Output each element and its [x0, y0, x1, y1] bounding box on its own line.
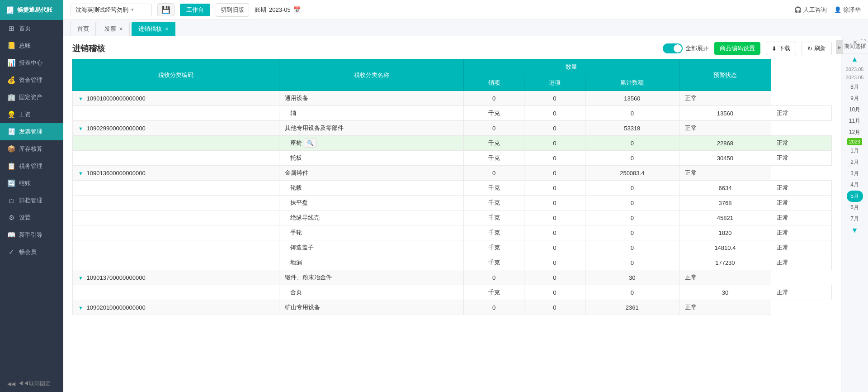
- period-nav-down[interactable]: ▼: [849, 225, 860, 236]
- panel-close-icon[interactable]: ✕: [853, 39, 858, 46]
- cell-status: 正常: [679, 166, 771, 181]
- company-selector[interactable]: 沈海英测试经营勿删 ▾: [71, 4, 152, 16]
- panel-expand-icon[interactable]: ⛶: [860, 39, 866, 46]
- cell-sale: 0: [524, 255, 585, 270]
- col-tax-code: 税收分类编码: [73, 59, 279, 91]
- tab-reconcile-label: 进销稽核: [138, 25, 162, 33]
- expand-all-toggle[interactable]: [663, 43, 683, 53]
- period-month-2[interactable]: 2月: [841, 157, 868, 168]
- service-link[interactable]: 🎧 人工咨询: [794, 6, 827, 14]
- sidebar-icon-assets: 🏢: [7, 93, 15, 101]
- unpin-icon: ◀◀: [7, 381, 15, 387]
- period-nav-up[interactable]: ▲: [849, 53, 860, 65]
- sidebar-label-guide: 新手引导: [19, 231, 42, 239]
- main-area: 沈海英测试经营勿删 ▾ 💾 工作台 切到旧版 账期 2023-05 📅 🎧 人工…: [63, 0, 868, 392]
- user-name: 徐泽华: [843, 6, 861, 14]
- cell-code: [73, 285, 279, 300]
- cell-purchase: 0: [524, 300, 585, 315]
- table-row: ▼ 109010000000000000 通用设备 0 0 13560 正常: [73, 91, 832, 106]
- cell-code: [73, 240, 279, 255]
- cell-total: 30: [585, 270, 679, 285]
- cell-name: 座椅 🔍: [279, 136, 464, 151]
- calendar-icon[interactable]: 📅: [293, 6, 301, 13]
- product-code-setting-button[interactable]: 商品编码设置: [714, 42, 760, 55]
- period-nav: ▲ 2023.05 2023.05 8月 9月 10月 11月 12月 2023…: [841, 53, 868, 236]
- sidebar-item-assets[interactable]: 🏢 固定资产: [0, 89, 63, 106]
- tab-home[interactable]: 首页: [71, 22, 96, 36]
- app-logo: 🧾 畅捷通易代账: [0, 0, 63, 20]
- save-button[interactable]: 💾: [157, 3, 175, 16]
- tab-reconcile-close-icon[interactable]: ✕: [165, 26, 169, 32]
- expand-icon[interactable]: ▼: [78, 305, 83, 311]
- cell-purchase: 0: [585, 240, 679, 255]
- period-month-5[interactable]: 5月: [847, 191, 863, 202]
- search-small-icon[interactable]: 🔍: [304, 139, 317, 148]
- user-menu[interactable]: 👤 徐泽华: [834, 6, 861, 14]
- cell-code: ▼ 109010000000000000: [73, 91, 279, 106]
- download-icon: ⬇: [772, 45, 777, 52]
- switch-version-button[interactable]: 切到旧版: [216, 3, 249, 17]
- refresh-button[interactable]: ↻ 刷新: [802, 42, 832, 55]
- table-row: 托板 千克 0 0 30450 正常: [73, 151, 832, 166]
- table-row: 合页 千克 0 0 30 正常: [73, 285, 832, 300]
- period-month-7[interactable]: 7月: [841, 213, 868, 225]
- workbench-button[interactable]: 工作台: [180, 4, 210, 16]
- cell-total: 13560: [679, 106, 771, 121]
- sidebar-icon-settings: ⚙: [7, 214, 15, 222]
- download-button[interactable]: ⬇ 下载: [766, 42, 796, 55]
- cell-name: 铸造盖子: [279, 240, 464, 255]
- panel-collapse-toggle[interactable]: ▶: [836, 40, 843, 54]
- sidebar-item-reports[interactable]: 📊 报表中心: [0, 54, 63, 72]
- period-month-12[interactable]: 12月: [841, 127, 868, 138]
- service-icon: 🎧: [794, 6, 802, 13]
- company-chevron-icon: ▾: [131, 7, 134, 13]
- period-month-8[interactable]: 8月: [841, 81, 868, 93]
- table-wrap: 税收分类编码 税收分类名称 数量 预警状态 销项 进项 累计数额: [63, 59, 841, 392]
- period-month-4[interactable]: 4月: [841, 179, 868, 191]
- sidebar-item-ledger[interactable]: 📒 总账: [0, 37, 63, 54]
- tab-invoice[interactable]: 发票 ✕: [98, 22, 130, 36]
- cell-sale: 0: [524, 210, 585, 225]
- tab-reconcile[interactable]: 进销稽核 ✕: [132, 22, 175, 36]
- cell-total: 14810.4: [679, 240, 771, 255]
- period-month-11[interactable]: 11月: [841, 115, 868, 127]
- content-area: 进销稽核 全部展开 商品编码设置 ⬇ 下载 ↻ 刷新: [63, 36, 868, 392]
- service-label: 人工咨询: [803, 6, 827, 14]
- sidebar-item-home[interactable]: ⊞ 首页: [0, 20, 63, 37]
- period-value: 2023-05: [269, 6, 291, 13]
- sidebar-item-archive[interactable]: 🗂 归档管理: [0, 192, 63, 209]
- company-name: 沈海英测试经营勿删: [75, 6, 128, 14]
- sidebar-item-settings[interactable]: ⚙ 设置: [0, 209, 63, 226]
- expand-icon[interactable]: ▼: [78, 171, 83, 176]
- sidebar-item-capital[interactable]: 💰 资金管理: [0, 72, 63, 89]
- expand-icon[interactable]: ▼: [78, 275, 83, 281]
- expand-icon[interactable]: ▼: [78, 126, 83, 131]
- sidebar-item-tax[interactable]: 📋 税务管理: [0, 158, 63, 175]
- sidebar-footer-unpin[interactable]: ◀◀ ◀◀取消固定: [0, 375, 63, 392]
- cell-name: 抹平盘: [279, 196, 464, 210]
- sidebar-item-invoice[interactable]: 🧾 发票管理: [0, 123, 63, 140]
- cell-total: 13560: [585, 91, 679, 106]
- period-month-9[interactable]: 9月: [841, 93, 868, 104]
- cell-sale: 0: [524, 151, 585, 166]
- sidebar-item-inventory[interactable]: 📦 库存核算: [0, 140, 63, 158]
- cell-unit: 千克: [464, 151, 524, 166]
- tab-invoice-close-icon[interactable]: ✕: [119, 26, 123, 32]
- cell-purchase: 0: [524, 121, 585, 136]
- col-purchase: 进项: [524, 75, 585, 91]
- sidebar-item-settlement[interactable]: 🔄 结账: [0, 175, 63, 192]
- expand-icon[interactable]: ▼: [78, 96, 83, 101]
- sidebar-item-payroll[interactable]: 👷 工资: [0, 106, 63, 123]
- period-month-1[interactable]: 1月: [841, 145, 868, 157]
- cell-sale: 0: [524, 196, 585, 210]
- sidebar: 🧾 畅捷通易代账 ⊞ 首页 📒 总账 📊 报表中心 💰 资金管理 🏢 固定资产 …: [0, 0, 63, 392]
- period-month-10[interactable]: 10月: [841, 104, 868, 115]
- col-sale: 销项: [464, 75, 524, 91]
- cell-name: 矿山专用设备: [279, 300, 464, 315]
- period-month-6[interactable]: 6月: [841, 202, 868, 213]
- sidebar-item-guide[interactable]: 📖 新手引导: [0, 226, 63, 244]
- cell-code: ▼ 109013600000000000: [73, 166, 279, 181]
- cell-sale: 0: [524, 240, 585, 255]
- period-month-3[interactable]: 3月: [841, 168, 868, 179]
- sidebar-item-member[interactable]: ✓ 畅会员: [0, 244, 63, 261]
